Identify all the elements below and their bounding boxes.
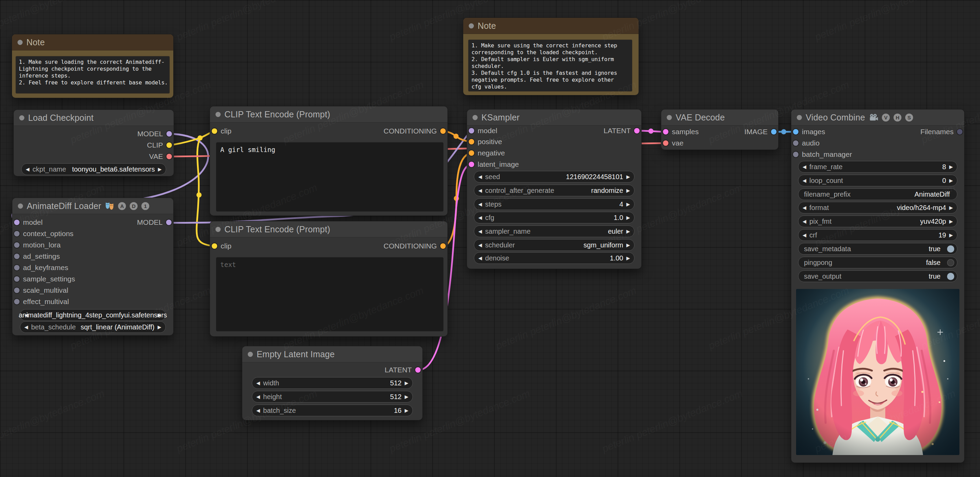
collapse-dot[interactable] (18, 204, 23, 209)
output-conditioning[interactable]: CONDITIONING (383, 242, 446, 250)
decrement-arrow-icon[interactable]: ◀ (478, 256, 482, 261)
input-clip[interactable]: clip (212, 242, 232, 250)
node-header-clip-text-encode-positive[interactable]: CLIP Text Encode (Prompt) (210, 107, 447, 122)
decrement-arrow-icon[interactable]: ◀ (478, 215, 482, 220)
decrement-arrow-icon[interactable]: ◀ (803, 178, 807, 183)
widget-crf[interactable]: ◀crf19▶ (798, 229, 957, 241)
input-dot-ad_keyframes[interactable] (14, 265, 19, 270)
prompt-textarea[interactable]: text (216, 258, 443, 331)
input-vae[interactable]: vae (663, 139, 684, 147)
decrement-arrow-icon[interactable]: ◀ (24, 324, 28, 329)
node-header-empty-latent-image[interactable]: Empty Latent Image (242, 346, 422, 363)
widget-width[interactable]: ◀width512▶ (252, 377, 413, 389)
increment-arrow-icon[interactable]: ▶ (949, 178, 953, 183)
output-image[interactable]: IMAGE (744, 128, 776, 135)
input-ad_settings[interactable]: ad_settings (14, 253, 60, 260)
widget-seed[interactable]: ◀seed121690224458101▶ (474, 171, 635, 183)
increment-arrow-icon[interactable]: ▶ (949, 205, 953, 210)
output-dot-conditioning[interactable] (440, 243, 446, 249)
collapse-dot[interactable] (215, 227, 221, 232)
toggle-circle-icon[interactable] (947, 273, 954, 280)
toggle-circle-icon[interactable] (947, 245, 954, 253)
toggle-circle-icon[interactable] (947, 259, 954, 266)
decrement-arrow-icon[interactable]: ◀ (256, 380, 260, 385)
decrement-arrow-icon[interactable]: ◀ (478, 174, 482, 179)
input-dot-clip[interactable] (212, 128, 217, 134)
decrement-arrow-icon[interactable]: ◀ (256, 408, 260, 413)
widget-steps[interactable]: ◀steps4▶ (474, 198, 635, 210)
output-model[interactable]: MODEL (137, 130, 172, 138)
widget-denoise[interactable]: ◀denoise1.00▶ (474, 252, 635, 264)
widget-beta_schedule[interactable]: ◀beta_schedulesqrt_linear (AnimateDiff)▶ (20, 321, 166, 333)
increment-arrow-icon[interactable]: ▶ (626, 202, 630, 207)
widget-pingpong[interactable]: pingpongfalse (798, 257, 957, 268)
output-dot-model[interactable] (166, 131, 172, 137)
decrement-arrow-icon[interactable]: ◀ (256, 394, 260, 399)
input-dot-scale_multival[interactable] (14, 288, 19, 293)
increment-arrow-icon[interactable]: ▶ (626, 188, 630, 193)
output-dot-image[interactable] (771, 129, 776, 135)
increment-arrow-icon[interactable]: ▶ (626, 215, 630, 220)
output-dot-latent[interactable] (415, 367, 421, 373)
input-dot-effect_multival[interactable] (14, 299, 19, 304)
output-latent[interactable]: LATENT (385, 366, 421, 374)
increment-arrow-icon[interactable]: ▶ (404, 394, 408, 399)
decrement-arrow-icon[interactable]: ◀ (26, 167, 30, 172)
increment-arrow-icon[interactable]: ▶ (404, 380, 408, 385)
widget-cfg[interactable]: ◀cfg1.0▶ (474, 212, 635, 223)
node-header-load-checkpoint[interactable]: Load Checkpoint (14, 110, 173, 126)
output-dot-model[interactable] (166, 219, 172, 225)
input-latent_image[interactable]: latent_image (469, 161, 519, 168)
output-dot-vae[interactable] (166, 154, 172, 159)
node-header-video-combine[interactable]: Video CombineVHS (791, 110, 964, 126)
input-clip[interactable]: clip (212, 127, 232, 135)
widget-format[interactable]: ◀formatvideo/h264-mp4▶ (798, 202, 957, 213)
input-images[interactable]: images (793, 128, 825, 135)
collapse-dot[interactable] (215, 112, 221, 117)
increment-arrow-icon[interactable]: ▶ (626, 243, 630, 247)
input-dot-samples[interactable] (663, 129, 668, 135)
increment-arrow-icon[interactable]: ▶ (158, 313, 161, 317)
node-header-vae-decode[interactable]: VAE Decode (661, 110, 778, 126)
widget-model-name[interactable]: ◀animatediff_lightning_4step_comfyui.saf… (20, 309, 166, 321)
increment-arrow-icon[interactable]: ▶ (158, 324, 161, 329)
node-header-animatediff-loader[interactable]: AnimateDiff LoaderAD1 (12, 198, 173, 214)
widget-loop_count[interactable]: ◀loop_count0▶ (798, 175, 957, 186)
input-dot-motion_lora[interactable] (14, 242, 19, 248)
node-header-note-2[interactable]: Note (463, 18, 639, 34)
decrement-arrow-icon[interactable]: ◀ (478, 243, 482, 247)
decrement-arrow-icon[interactable]: ◀ (803, 205, 807, 210)
input-dot-negative[interactable] (469, 150, 474, 156)
prompt-textarea[interactable]: A girl smiling (216, 142, 443, 211)
input-dot-clip[interactable] (212, 243, 217, 249)
decrement-arrow-icon[interactable]: ◀ (478, 229, 482, 234)
output-model[interactable]: MODEL (137, 219, 172, 226)
output-filenames[interactable]: Filenames (920, 128, 963, 135)
decrement-arrow-icon[interactable]: ◀ (478, 188, 482, 193)
widget-pix_fmt[interactable]: ◀pix_fmtyuv420p▶ (798, 216, 957, 227)
input-dot-model[interactable] (14, 219, 19, 225)
decrement-arrow-icon[interactable]: ◀ (803, 219, 807, 224)
output-vae[interactable]: VAE (149, 153, 172, 160)
increment-arrow-icon[interactable]: ▶ (949, 233, 953, 237)
input-model[interactable]: model (469, 127, 497, 135)
widget-ckpt_name[interactable]: ◀ckpt_nametoonyou_beta6.safetensors▶ (21, 163, 166, 175)
collapse-dot[interactable] (469, 23, 474, 29)
increment-arrow-icon[interactable]: ▶ (404, 408, 408, 413)
widget-filename_prefix[interactable]: filename_prefixAnimateDiff (798, 188, 957, 200)
node-header-note-1[interactable]: Note (12, 34, 173, 51)
widget-save_metadata[interactable]: save_metadatatrue (798, 243, 957, 254)
node-header-ksampler[interactable]: KSampler (467, 110, 641, 126)
widget-scheduler[interactable]: ◀schedulersgm_uniform▶ (474, 239, 635, 251)
widget-height[interactable]: ◀height512▶ (252, 391, 413, 402)
collapse-dot[interactable] (473, 115, 478, 120)
output-latent[interactable]: LATENT (604, 127, 640, 135)
input-model[interactable]: model (14, 219, 43, 226)
note-text[interactable]: 1. Make sure loading the correct Animate… (16, 56, 170, 93)
input-context_options[interactable]: context_options (14, 230, 73, 237)
input-dot-ad_settings[interactable] (14, 254, 19, 259)
increment-arrow-icon[interactable]: ▶ (626, 229, 630, 234)
widget-control_after_generate[interactable]: ◀control_after_generaterandomize▶ (474, 184, 635, 196)
collapse-dot[interactable] (667, 115, 672, 120)
input-batch_manager[interactable]: batch_manager (793, 151, 852, 158)
